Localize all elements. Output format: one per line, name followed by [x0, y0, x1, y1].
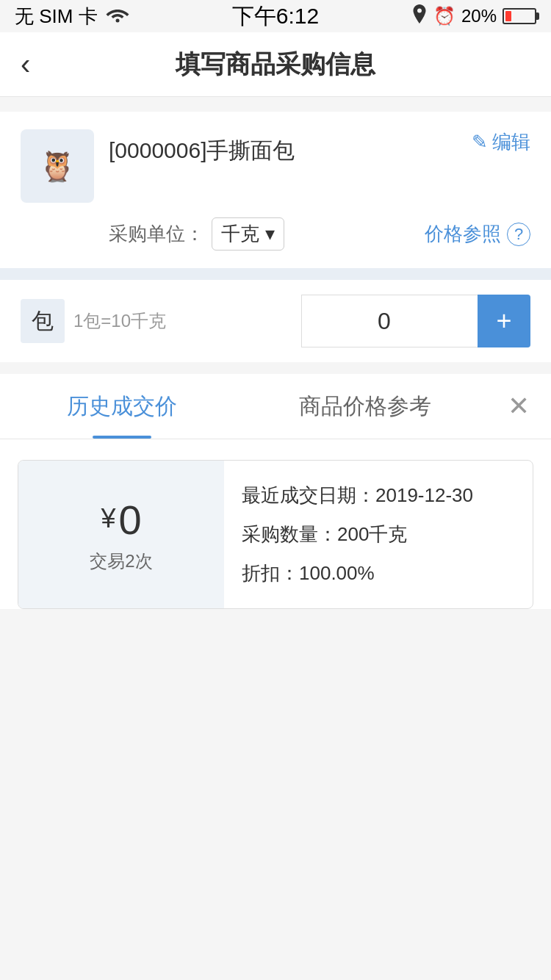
status-left: 无 SIM 卡: [15, 4, 130, 29]
trade-count: 交易2次: [90, 550, 152, 573]
battery-icon: [503, 8, 536, 24]
edit-button[interactable]: ✎ 编辑: [472, 129, 530, 155]
status-time: 下午6:12: [232, 1, 319, 32]
nav-bar: ‹ 填写商品采购信息: [0, 32, 551, 97]
close-tab-button[interactable]: ✕: [486, 374, 551, 439]
battery-text: 20%: [461, 6, 497, 26]
currency-symbol: ¥: [101, 503, 115, 534]
purchase-qty-value: 200千克: [337, 523, 407, 545]
status-right: ⏰ 20%: [411, 4, 536, 28]
page-title: 填写商品采购信息: [176, 48, 375, 82]
purchase-unit-row: 采购单位： 千克 ▾ 价格参照 ?: [109, 217, 530, 251]
price-ref-help-icon: ?: [507, 223, 530, 246]
quantity-input[interactable]: [301, 295, 478, 347]
purchase-qty-row: 采购数量：200千克: [242, 520, 515, 549]
tab-active-indicator: [93, 436, 151, 439]
product-card: 🦉 [0000006]手撕面包 ✎ 编辑 采购单位： 千克 ▾ 价格参照 ?: [0, 112, 551, 268]
history-details-panel: 最近成交日期：2019-12-30 采购数量：200千克 折扣：100.00%: [224, 461, 533, 608]
tab-reference-label: 商品价格参考: [299, 392, 431, 422]
purchase-unit-label: 采购单位：: [109, 221, 204, 247]
unit-conversion: 1包=10千克: [73, 309, 166, 333]
discount-label: 折扣：: [242, 562, 299, 584]
price-display: ¥ 0: [101, 496, 141, 544]
quantity-row: 包 1包=10千克 +: [0, 280, 551, 362]
carrier-text: 无 SIM 卡: [15, 4, 98, 29]
product-info: 🦉 [0000006]手撕面包: [21, 129, 472, 203]
section-divider: [0, 268, 551, 280]
edit-icon: ✎: [472, 131, 488, 154]
quantity-input-area: +: [301, 295, 530, 347]
wifi-icon: [105, 5, 130, 28]
tab-history-price[interactable]: 历史成交价: [0, 374, 243, 439]
tab-history-label: 历史成交价: [67, 392, 177, 422]
discount-row: 折扣：100.00%: [242, 559, 515, 588]
purchase-qty-label: 采购数量：: [242, 523, 337, 545]
product-name: [0000006]手撕面包: [109, 129, 295, 166]
recent-date-value: 2019-12-30: [375, 484, 473, 506]
recent-date-label: 最近成交日期：: [242, 484, 375, 506]
location-icon: [411, 4, 428, 28]
dropdown-icon: ▾: [265, 223, 275, 245]
back-button[interactable]: ‹: [21, 48, 30, 81]
history-card: ¥ 0 交易2次 最近成交日期：2019-12-30 采购数量：200千克 折扣…: [18, 460, 533, 609]
svg-point-0: [115, 18, 119, 22]
history-price-panel: ¥ 0 交易2次: [18, 461, 224, 608]
tabs-header: 历史成交价 商品价格参考 ✕: [0, 374, 551, 439]
price-ref-label: 价格参照: [425, 221, 501, 247]
price-value: 0: [118, 496, 141, 544]
increment-button[interactable]: +: [478, 295, 530, 347]
quantity-unit: 包 1包=10千克: [21, 299, 166, 343]
product-header: 🦉 [0000006]手撕面包 ✎ 编辑: [21, 129, 530, 203]
price-ref-button[interactable]: 价格参照 ?: [425, 221, 530, 247]
edit-label: 编辑: [492, 129, 530, 155]
recent-date-row: 最近成交日期：2019-12-30: [242, 481, 515, 510]
product-thumbnail: 🦉: [21, 129, 94, 203]
unit-box: 包: [21, 299, 65, 343]
alarm-icon: ⏰: [433, 6, 455, 26]
discount-value: 100.00%: [299, 562, 375, 584]
product-logo-icon: 🦉: [39, 149, 76, 184]
unit-select[interactable]: 千克 ▾: [212, 217, 284, 251]
tabs-section: 历史成交价 商品价格参考 ✕ ¥ 0 交易2次 最近成交日期：2019-12-3…: [0, 374, 551, 609]
status-bar: 无 SIM 卡 下午6:12 ⏰ 20%: [0, 0, 551, 32]
tab-price-reference[interactable]: 商品价格参考: [243, 374, 486, 439]
unit-value: 千克: [221, 221, 259, 247]
